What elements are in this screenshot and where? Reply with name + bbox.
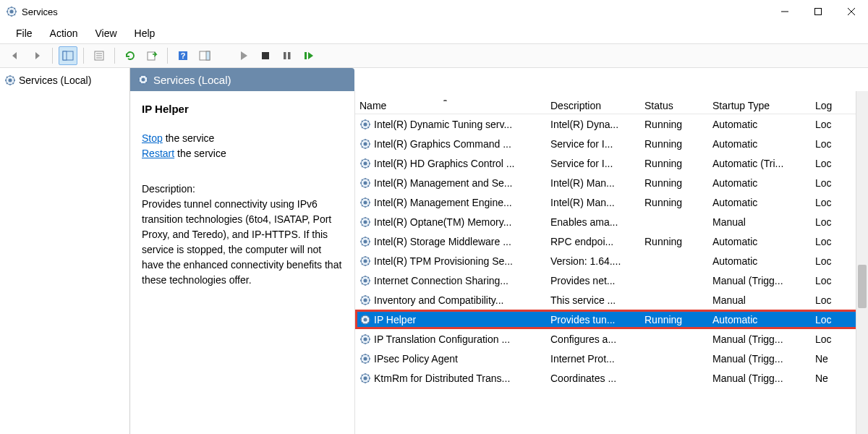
svg-rect-13 — [206, 51, 210, 60]
service-description-cell: Service for I... — [550, 158, 644, 169]
vertical-scrollbar[interactable] — [856, 91, 868, 434]
maximize-button[interactable] — [801, 0, 835, 23]
column-status[interactable]: Status — [644, 100, 712, 111]
description-text: Provides tunnel connectivity using IPv6 … — [142, 197, 343, 288]
svg-text:?: ? — [181, 51, 186, 60]
stop-service-button[interactable] — [256, 46, 275, 65]
service-logon-cell: Loc — [815, 314, 844, 326]
forward-button[interactable] — [27, 46, 46, 65]
service-name-cell: Intel(R) HD Graphics Control ... — [374, 158, 515, 169]
gear-icon — [359, 255, 371, 267]
svg-rect-16 — [288, 52, 291, 59]
service-logon-cell: Loc — [815, 333, 844, 345]
help-button[interactable]: ? — [174, 46, 192, 65]
column-name[interactable]: Name ▲ — [355, 100, 550, 111]
menu-action[interactable]: Action — [43, 25, 85, 42]
service-description-cell: Intel(R) Man... — [550, 197, 644, 208]
column-description[interactable]: Description — [550, 100, 644, 111]
restart-service-button[interactable] — [299, 46, 318, 65]
service-row[interactable]: Intel(R) TPM Provisioning Se...Version: … — [355, 251, 868, 271]
service-status-cell: Running — [644, 119, 712, 130]
service-logon-cell: Loc — [815, 197, 844, 208]
service-status-cell: Running — [644, 177, 712, 189]
service-row[interactable]: Internet Connection Sharing...Provides n… — [355, 271, 868, 290]
svg-rect-14 — [262, 52, 269, 59]
start-service-button[interactable] — [234, 46, 253, 65]
menu-help[interactable]: Help — [127, 25, 163, 42]
service-name-cell: KtmRm for Distributed Trans... — [374, 373, 510, 384]
service-row[interactable]: Intel(R) Management and Se...Intel(R) Ma… — [355, 173, 868, 192]
gear-icon — [359, 158, 371, 169]
service-row[interactable]: IP HelperProvides tun...RunningAutomatic… — [355, 310, 868, 329]
minimize-button[interactable] — [768, 0, 801, 23]
detail-pane: IP Helper Stop the service Restart the s… — [130, 91, 354, 434]
restart-service-link[interactable]: Restart — [142, 148, 174, 159]
service-name-cell: IP Translation Configuration ... — [374, 333, 510, 345]
service-logon-cell: Loc — [815, 236, 844, 247]
tree-node-services-local[interactable]: Services (Local) — [0, 72, 129, 88]
service-startup-cell: Automatic (Tri... — [712, 158, 815, 169]
service-row[interactable]: IP Translation Configuration ...Configur… — [355, 329, 868, 349]
service-logon-cell: Loc — [815, 294, 844, 306]
service-startup-cell: Automatic — [712, 177, 815, 189]
column-headers: Name ▲ Description Status Startup Type L… — [355, 91, 868, 114]
properties-button[interactable] — [90, 46, 109, 65]
show-hide-action-pane-button[interactable] — [195, 46, 214, 65]
stop-service-link[interactable]: Stop — [142, 132, 163, 144]
export-button[interactable] — [142, 46, 161, 65]
show-hide-tree-button[interactable] — [59, 46, 77, 65]
service-description-cell: Provides tun... — [550, 314, 644, 326]
gear-icon — [4, 75, 16, 86]
service-name-cell: Intel(R) Graphics Command ... — [374, 138, 511, 150]
sort-indicator-icon: ▲ — [442, 100, 448, 103]
svg-rect-4 — [63, 51, 67, 60]
service-row[interactable]: Intel(R) Storage Middleware ...RPC endpo… — [355, 231, 868, 251]
service-name-cell: Intel(R) Dynamic Tuning serv... — [374, 119, 512, 130]
service-name-cell: Internet Connection Sharing... — [374, 275, 509, 286]
tab-services-local[interactable]: Services (Local) — [130, 68, 354, 91]
service-startup-cell: Manual (Trigg... — [712, 353, 815, 365]
service-row[interactable]: IPsec Policy AgentInternet Prot...Manual… — [355, 349, 868, 368]
column-startup-type[interactable]: Startup Type — [712, 100, 815, 111]
service-row[interactable]: Intel(R) Management Engine...Intel(R) Ma… — [355, 192, 868, 212]
service-row[interactable]: Intel(R) HD Graphics Control ...Service … — [355, 153, 868, 173]
service-description-cell: This service ... — [550, 294, 644, 306]
service-logon-cell: Loc — [815, 216, 844, 228]
service-status-cell: Running — [644, 158, 712, 169]
scrollbar-thumb[interactable] — [858, 265, 867, 308]
gear-icon — [359, 177, 371, 189]
service-row[interactable]: Inventory and Compatibility...This servi… — [355, 290, 868, 310]
refresh-button[interactable] — [121, 46, 140, 65]
svg-rect-9 — [148, 52, 155, 60]
service-startup-cell: Automatic — [712, 255, 815, 267]
service-list: Name ▲ Description Status Startup Type L… — [354, 91, 868, 434]
gear-icon — [359, 333, 371, 345]
service-startup-cell: Manual — [712, 216, 815, 228]
service-row[interactable]: Intel(R) Graphics Command ...Service for… — [355, 134, 868, 153]
window-title: Services — [22, 7, 768, 17]
service-description-cell: Version: 1.64.... — [550, 255, 644, 267]
menu-view[interactable]: View — [88, 25, 124, 42]
gear-icon — [359, 373, 371, 384]
menu-file[interactable]: File — [9, 25, 40, 42]
svg-rect-15 — [284, 52, 286, 59]
service-description-cell: Intel(R) Dyna... — [550, 119, 644, 130]
service-row[interactable]: KtmRm for Distributed Trans...Coordinate… — [355, 368, 868, 388]
service-description-cell: Intel(R) Man... — [550, 177, 644, 189]
pause-service-button[interactable] — [278, 46, 297, 65]
gear-icon — [359, 275, 371, 286]
svg-rect-2 — [815, 9, 822, 15]
service-name-cell: IP Helper — [374, 314, 416, 326]
service-description-cell: Enables ama... — [550, 216, 644, 228]
back-button[interactable] — [6, 46, 25, 65]
service-description-cell: Configures a... — [550, 333, 644, 345]
service-status-cell: Running — [644, 236, 712, 247]
service-startup-cell: Automatic — [712, 138, 815, 150]
service-row[interactable]: Intel(R) Optane(TM) Memory...Enables ama… — [355, 212, 868, 231]
service-status-cell: Running — [644, 197, 712, 208]
gear-icon — [359, 294, 371, 306]
column-log-on-as[interactable]: Log — [815, 100, 844, 111]
service-description-cell: Internet Prot... — [550, 353, 644, 365]
close-button[interactable] — [835, 0, 868, 23]
service-row[interactable]: Intel(R) Dynamic Tuning serv...Intel(R) … — [355, 114, 868, 134]
